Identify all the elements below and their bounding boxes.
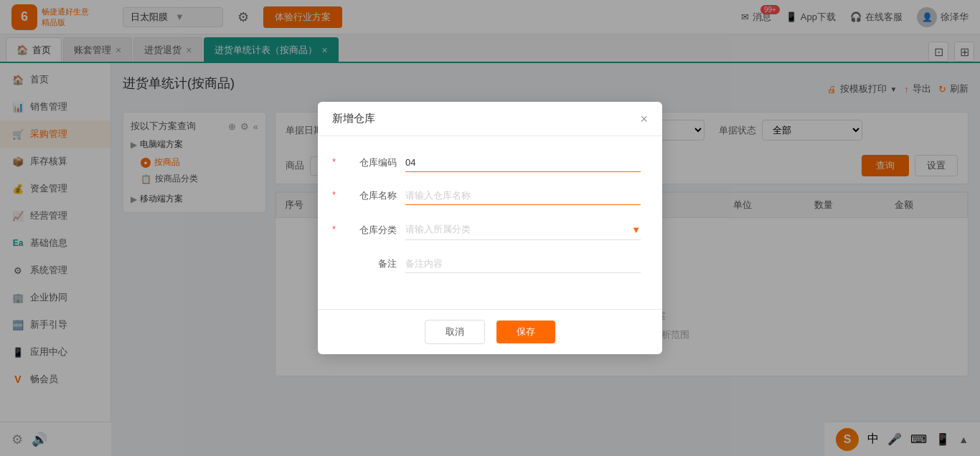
warehouse-code-input[interactable] [405,153,641,172]
save-button[interactable]: 保存 [496,320,555,343]
new-warehouse-modal: 新增仓库 × 仓库编码 仓库名称 仓库分类 请输入所属分类 ▼ [318,102,662,354]
form-row-note: 备注 [339,255,641,273]
category-placeholder: 请输入所属分类 [405,223,471,236]
field-name-label: 仓库名称 [339,189,397,202]
field-category-label: 仓库分类 [339,224,397,237]
modal-footer: 取消 保存 [318,309,662,354]
modal-close-button[interactable]: × [640,113,648,125]
modal-title: 新增仓库 [332,112,375,125]
cancel-button[interactable]: 取消 [425,320,485,344]
modal-body: 仓库编码 仓库名称 仓库分类 请输入所属分类 ▼ 备注 [318,136,662,309]
field-code-label: 仓库编码 [339,156,397,169]
modal-header: 新增仓库 × [318,102,662,136]
form-row-category: 仓库分类 请输入所属分类 ▼ [339,219,641,240]
field-note-label: 备注 [339,257,397,270]
warehouse-note-input[interactable] [405,255,641,273]
dropdown-arrow-icon: ▼ [631,224,641,235]
modal-overlay: 新增仓库 × 仓库编码 仓库名称 仓库分类 请输入所属分类 ▼ [0,0,980,456]
form-row-code: 仓库编码 [339,153,641,172]
warehouse-name-input[interactable] [405,186,641,205]
form-row-name: 仓库名称 [339,186,641,205]
warehouse-category-select[interactable]: 请输入所属分类 ▼ [405,219,641,240]
